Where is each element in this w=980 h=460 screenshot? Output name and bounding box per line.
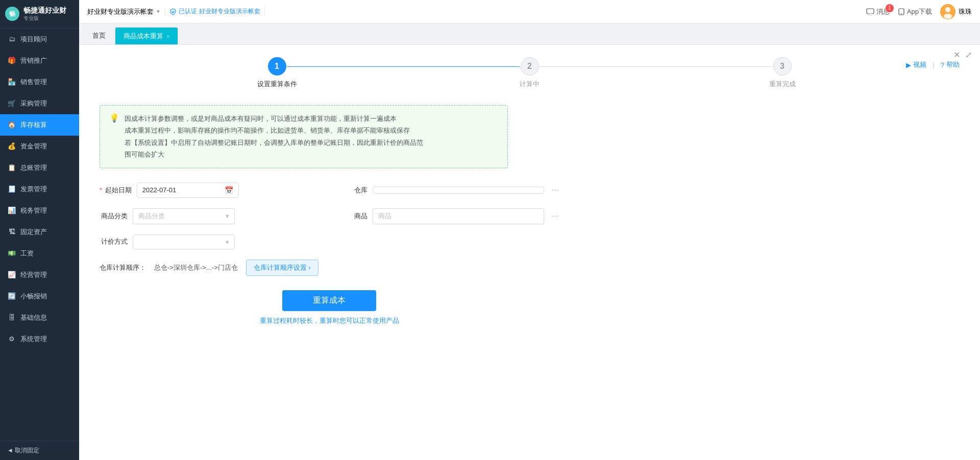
sidebar-item-label: 销售管理 [20,78,47,87]
step-3: 3 重算完成 [656,57,909,89]
help-icon: ? [941,61,944,69]
step-1-line [287,66,520,67]
product-input[interactable]: 商品 [373,208,544,224]
step-2: 2 计算中 [403,57,656,89]
step-1-circle: 1 [268,57,286,75]
info-line-2: 成本重算过程中，影响库存账的操作均不能操作，比如进货单、销货单、库存单据不能审核… [125,124,423,136]
sidebar-item-label: 固定资产 [20,227,47,237]
avatar [940,4,955,19]
recalculate-button[interactable]: 重算成本 [282,290,376,311]
wallet-icon: 💰 [7,142,16,151]
pricing-label: 计价方式 [100,237,128,246]
tab-close-icon[interactable]: × [166,33,169,39]
lightbulb-icon: 💡 [109,113,119,161]
account-switcher[interactable]: 好业财专业版演示帐套 ▼ [87,7,161,16]
home-icon: 🏠 [7,120,16,130]
expand-icon[interactable]: ⤢ [965,50,972,60]
category-label: 商品分类 [100,212,128,221]
info-icon: 🗄 [7,313,16,322]
sidebar-item-label: 采购管理 [20,99,47,108]
info-box: 💡 因成本计算参数调整，或是对商品成本有疑问时，可以通过成本重算功能，重新计算一… [100,105,508,168]
message-badge: 1 [886,4,894,12]
sidebar-unpin-button[interactable]: ◄ 取消固定 [0,441,79,460]
sidebar-item-info[interactable]: 🗄 基础信息 [0,307,79,328]
ledger-icon: 📋 [7,163,16,172]
app-download-button[interactable]: App下载 [898,7,932,16]
start-date-field: * 起始日期 2022-07-01 📅 [100,183,319,198]
help-tool[interactable]: ? 帮助 [941,60,960,69]
sidebar-item-assets[interactable]: 🏗 固定资产 [0,221,79,243]
start-date-value: 2022-07-01 [142,186,220,194]
tab-cost-recalc[interactable]: 商品成本重算 × [115,27,178,44]
form-row-3: 计价方式 ▾ [100,235,559,249]
sidebar-item-label: 系统管理 [20,335,47,344]
sidebar-item-label: 库存核算 [20,120,47,130]
step-1-label: 设置重算条件 [257,80,297,89]
sidebar-item-label: 经营管理 [20,270,47,279]
verified-badge: 已认证 好业财专业版演示帐套 [165,7,265,16]
sidebar-item-system[interactable]: ⚙ 系统管理 [0,328,79,350]
product-label: 商品 [339,212,368,221]
step-2-circle: 2 [521,57,539,75]
content-area: ✕ ⤢ 1 设置重算条件 2 计算中 3 [79,45,980,460]
category-field: 商品分类 商品分类 ▾ [100,208,319,224]
sidebar-item-tax[interactable]: 📊 税务管理 [0,200,79,221]
product-more-icon[interactable]: ··· [551,211,559,221]
sidebar-item-purchase[interactable]: 🛒 采购管理 [0,93,79,114]
sidebar-item-finance[interactable]: 💰 资金管理 [0,136,79,157]
sidebar-item-label: 项目顾问 [20,35,47,44]
cart-icon: 🛒 [7,99,16,108]
shop-icon: 🏪 [7,78,16,87]
svg-point-4 [945,7,950,12]
warehouse-input[interactable] [373,187,544,194]
mobile-icon [898,8,905,15]
step-1: 1 设置重算条件 [151,57,403,89]
sidebar-item-salary[interactable]: 💵 工资 [0,243,79,264]
start-date-input[interactable]: 2022-07-01 📅 [137,183,239,198]
message-icon [866,8,874,16]
pricing-chevron-icon: ▾ [226,238,229,246]
calc-order-settings-button[interactable]: 仓库计算顺序设置 › [246,260,318,276]
assets-icon: 🏗 [7,227,16,237]
help-label: 帮助 [946,60,960,69]
account-name: 好业财专业版演示帐套 [87,7,154,16]
info-text: 因成本计算参数调整，或是对商品成本有疑问时，可以通过成本重算功能，重新计算一遍成… [125,113,423,161]
message-button[interactable]: 消息 1 [866,7,890,16]
calc-order-row: 仓库计算顺序： 总仓->深圳仓库->...->门店仓 仓库计算顺序设置 › [100,260,559,276]
sidebar: 畅 畅捷通好业财 专业版 🗂 项目顾问 🎁 营销推广 🏪 销售管理 🛒 采购管理… [0,0,79,460]
step-3-circle: 3 [773,57,792,75]
sidebar-item-sales[interactable]: 🏪 销售管理 [0,71,79,93]
app-title: 畅捷通好业财 [23,6,66,15]
steps-tools: ▶ 视频 | ? 帮助 [906,60,960,69]
tab-home[interactable]: 首页 [84,27,114,44]
sidebar-item-expense[interactable]: 🔄 小畅报销 [0,286,79,307]
warehouse-more-icon[interactable]: ··· [551,185,559,195]
sidebar-item-marketing[interactable]: 🎁 营销推广 [0,50,79,71]
briefcase-icon: 🗂 [7,35,16,44]
video-tool[interactable]: ▶ 视频 [906,60,926,69]
user-profile-button[interactable]: 珠珠 [940,4,972,19]
tab-home-label: 首页 [92,31,106,40]
warehouse-label: 仓库 [339,186,368,195]
sidebar-item-inventory[interactable]: 🏠 库存核算 [0,114,79,136]
product-placeholder: 商品 [378,212,538,221]
sidebar-item-project[interactable]: 🗂 项目顾问 [0,29,79,50]
step-3-label: 重算完成 [769,80,796,89]
ops-icon: 📈 [7,270,16,279]
pricing-select[interactable]: ▾ [133,235,235,249]
system-icon: ⚙ [7,335,16,344]
svg-point-5 [944,14,952,19]
calendar-icon[interactable]: 📅 [225,186,233,194]
action-area: 重算成本 重算过程耗时较长，重算时您可以正常使用产品 [100,290,559,325]
sidebar-item-operations[interactable]: 📈 经营管理 [0,264,79,286]
gift-icon: 🎁 [7,56,16,65]
sidebar-item-label: 资金管理 [20,142,47,151]
verified-label: 已认证 [179,7,197,16]
category-select[interactable]: 商品分类 ▾ [133,208,235,224]
sidebar-item-accounting[interactable]: 📋 总账管理 [0,157,79,178]
tab-cost-label: 商品成本重算 [124,32,163,41]
sidebar-item-invoice[interactable]: 🧾 发票管理 [0,178,79,200]
form-row-2: 商品分类 商品分类 ▾ 商品 商品 ··· [100,208,559,224]
topbar-right: 消息 1 App下载 珠珠 [866,4,972,19]
tax-icon: 📊 [7,206,16,215]
